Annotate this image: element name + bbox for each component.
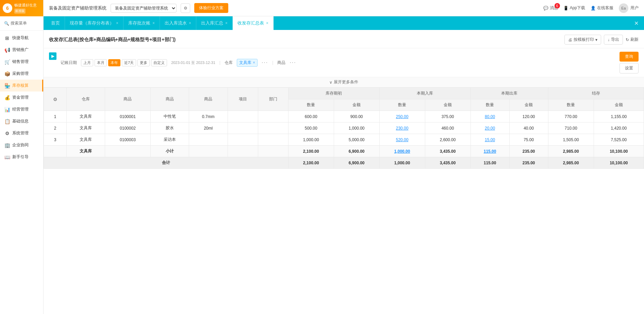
data-table-container: ⚙ 仓库 商品 商品 商品 项目 部门 库存期初 本期入库 本期出库 结存 xyxy=(44,87,644,314)
cell-in-amount: 460.00 xyxy=(425,122,470,134)
cell-goods-name: 采访本 xyxy=(150,134,189,146)
header-right: 💬 消息 6 📱 App下载 👤 在线客服 Ea 用户 xyxy=(543,3,639,13)
col-settings-header[interactable]: ⚙ xyxy=(44,88,67,111)
col-group-out: 本期出库 xyxy=(470,88,548,99)
filter-divider-2: | xyxy=(272,60,273,65)
col-in-qty: 数量 xyxy=(379,99,425,111)
col-out-amount: 金额 xyxy=(509,99,548,111)
date-btn-more[interactable]: 更多 xyxy=(137,59,150,66)
cell-opening-qty: 1,000.00 xyxy=(288,134,334,146)
warehouse-label: 仓库 xyxy=(225,60,233,66)
date-btn-7days[interactable]: 近7天 xyxy=(122,59,136,66)
logo-area: 6 畅捷通好生意 标准版 xyxy=(0,0,43,16)
sidebar-item-finance[interactable]: 💰 资金管理 xyxy=(0,92,43,103)
user-menu[interactable]: Ea 用户 xyxy=(619,3,639,13)
col-balance-amount: 金额 xyxy=(594,99,644,111)
sidebar-item-guide[interactable]: 📖 新手引导 xyxy=(0,151,43,163)
nav-icon-guide: 📖 xyxy=(4,154,10,160)
date-shortcuts: 上月 本月 本年 近7天 更多 自定义 xyxy=(81,59,167,66)
messages-button[interactable]: 💬 消息 6 xyxy=(543,5,558,11)
query-button[interactable]: 查询 xyxy=(620,52,639,62)
tab-close-batch-account[interactable]: × xyxy=(152,21,155,25)
tab-batch-account[interactable]: 库存批次账 × xyxy=(123,16,160,30)
cell-in-amount: 2,600.00 xyxy=(425,134,470,146)
date-btn-last-month[interactable]: 上月 xyxy=(81,59,93,66)
date-btn-custom[interactable]: 自定义 xyxy=(151,59,167,66)
in-qty-link[interactable]: 1,000.00 xyxy=(394,149,410,154)
tab-close-inventory-dist[interactable]: × xyxy=(116,21,118,25)
sidebar-item-operations[interactable]: 📊 经营管理 xyxy=(0,103,43,115)
cell-warehouse: 文具库 xyxy=(67,146,105,157)
cell-goods-code xyxy=(105,146,150,157)
sidebar-item-basic[interactable]: 📋 基础信息 xyxy=(0,115,43,127)
export-button[interactable]: ↓ 导出 xyxy=(604,35,623,45)
page-header: 收发存汇总表(按仓库+商品编码+商品+规格型号+项目+部门) 🖨 按模板打印 ▾… xyxy=(44,30,644,48)
sidebar-nav: ⊞ 快捷导航 📢 营销推广 🛒 销售管理 📦 采购管理 🏪 库存核算 💰 资金管… xyxy=(0,31,43,314)
warehouse-tag-remove[interactable]: × xyxy=(253,60,255,65)
cell-goods-name: 胶水 xyxy=(150,122,189,134)
sidebar-item-sales[interactable]: 🛒 销售管理 xyxy=(0,56,43,68)
tab-bar-close-all[interactable]: ✕ xyxy=(631,20,641,27)
cell-out-qty: 115.00 xyxy=(470,146,509,157)
sidebar-item-purchase[interactable]: 📦 采购管理 xyxy=(0,68,43,80)
tab-close-inout-summary[interactable]: × xyxy=(225,21,228,25)
search-menu-button[interactable]: 🔍 搜索菜单 xyxy=(3,19,40,28)
footer-label: 合计 xyxy=(44,157,288,169)
date-btn-this-month[interactable]: 本月 xyxy=(95,59,107,66)
table-row: 2 文具库 0100002 胶水 20ml 500.00 1,000.00 23… xyxy=(44,122,644,134)
sidebar-item-marketing[interactable]: 📢 营销推广 xyxy=(0,44,43,56)
date-label: 记账日期 xyxy=(61,60,77,66)
cell-opening-amount: 1,000.00 xyxy=(334,122,379,134)
cell-opening-qty: 2,100.00 xyxy=(288,146,334,157)
sidebar-item-quick-nav[interactable]: ⊞ 快捷导航 xyxy=(0,32,43,44)
cell-out-qty: 20.00 xyxy=(470,122,509,134)
out-qty-link[interactable]: 15.00 xyxy=(485,137,495,142)
tab-home[interactable]: 首页 xyxy=(46,16,65,30)
footer-row: 合计 2,100.00 6,900.00 1,000.00 3,435.00 1… xyxy=(44,157,644,169)
settings-button[interactable]: ⚙ xyxy=(181,3,190,13)
warehouse-more-options[interactable]: ··· xyxy=(262,60,268,66)
out-qty-link[interactable]: 20.00 xyxy=(485,126,495,131)
footer-balance-amount: 10,100.00 xyxy=(594,157,644,169)
system-selector[interactable]: 装备及固定资产辅助管理系统 xyxy=(111,4,177,13)
data-table: ⚙ 仓库 商品 商品 商品 项目 部门 库存期初 本期入库 本期出库 结存 xyxy=(44,87,644,169)
sidebar-item-inventory[interactable]: 🏪 库存核算 xyxy=(0,80,43,92)
print-button[interactable]: 🖨 按模板打印 ▾ xyxy=(564,35,601,45)
tab-close-inout-flow[interactable]: × xyxy=(189,21,191,25)
tab-inout-flow[interactable]: 出入库流水 × xyxy=(160,16,196,30)
cell-department xyxy=(258,134,288,146)
in-qty-link[interactable]: 230.00 xyxy=(396,126,409,131)
date-btn-this-year[interactable]: 本年 xyxy=(108,59,120,66)
cell-warehouse: 文具库 xyxy=(67,134,105,146)
sidebar-item-enterprise[interactable]: 🏢 企业协同 xyxy=(0,139,43,151)
in-qty-link[interactable]: 250.00 xyxy=(396,114,409,119)
settings-config-button[interactable]: 设置 xyxy=(620,63,639,73)
expand-more-button[interactable]: ∨ 展开更多条件 xyxy=(44,77,644,87)
out-qty-link[interactable]: 80.00 xyxy=(485,114,495,119)
col-out-qty: 数量 xyxy=(470,99,509,111)
trial-button[interactable]: 体验行业方案 xyxy=(194,3,228,13)
service-icon: 👤 xyxy=(591,6,596,11)
tab-inventory-dist[interactable]: 现存量（库存分布表） × xyxy=(65,16,123,30)
filter-toggle-button[interactable]: ▶ xyxy=(49,52,56,60)
col-group-in: 本期入库 xyxy=(379,88,470,99)
table-settings-icon[interactable]: ⚙ xyxy=(53,97,57,102)
online-service-button[interactable]: 👤 在线客服 xyxy=(591,5,613,11)
cell-balance-qty: 710.00 xyxy=(548,122,594,134)
col-balance-qty: 数量 xyxy=(548,99,594,111)
app-download-button[interactable]: 📱 App下载 xyxy=(563,5,585,11)
goods-label: 商品 xyxy=(277,60,285,66)
goods-more-options[interactable]: ··· xyxy=(290,60,296,66)
messages-badge: 6 xyxy=(555,3,560,9)
nav-icon-operations: 📊 xyxy=(4,107,10,112)
cell-balance-amount: 1,420.00 xyxy=(594,122,644,134)
in-qty-link[interactable]: 520.00 xyxy=(396,137,409,142)
tab-close-collection-summary[interactable]: × xyxy=(266,21,268,25)
tab-collection-summary[interactable]: 收发存汇总表 × xyxy=(233,16,274,30)
date-range-display: 2023-01-01 至 2023-12-31 xyxy=(171,60,215,65)
out-qty-link[interactable]: 115.00 xyxy=(484,149,496,154)
refresh-button[interactable]: ↻ 刷新 xyxy=(626,37,639,43)
sidebar-item-system[interactable]: ⚙ 系统管理 xyxy=(0,127,43,139)
tab-inout-summary[interactable]: 出入库汇总 × xyxy=(196,16,233,30)
cell-warehouse: 文具库 xyxy=(67,111,105,122)
